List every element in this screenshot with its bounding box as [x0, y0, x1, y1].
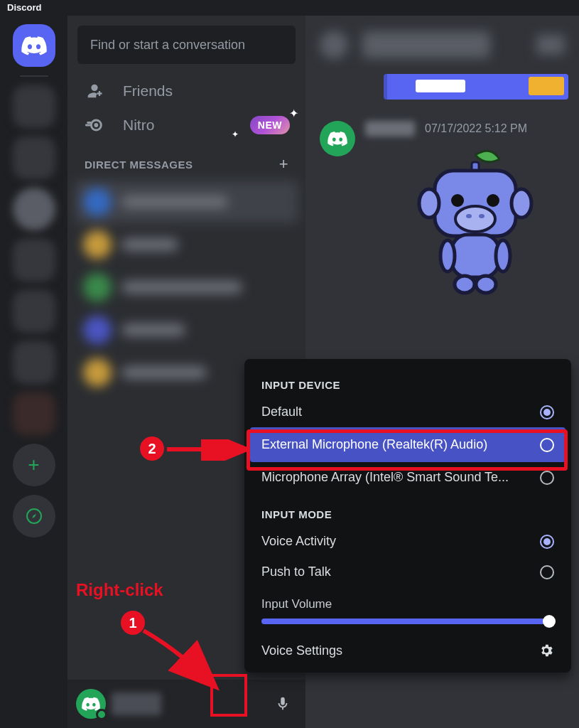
svg-rect-12 [452, 235, 499, 277]
radio-icon [540, 405, 554, 419]
user-avatar[interactable] [76, 689, 106, 719]
server-item[interactable] [13, 136, 55, 179]
svg-point-6 [512, 189, 531, 218]
input-mode-voice-activity[interactable]: Voice Activity [244, 526, 571, 557]
input-mode-push-to-talk[interactable]: Push to Talk [244, 557, 571, 587]
option-label: Microphone Array (Intel® Smart Sound Te.… [261, 470, 509, 485]
svg-point-11 [479, 214, 485, 218]
radio-icon [540, 438, 554, 452]
message-embed[interactable] [384, 74, 568, 100]
svg-point-5 [419, 189, 439, 218]
input-device-option-external[interactable]: External Microphone (Realtek(R) Audio) [250, 427, 566, 462]
svg-point-7 [451, 194, 464, 207]
microphone-icon [275, 696, 291, 712]
add-server-button[interactable]: + [13, 444, 55, 486]
option-label: External Microphone (Realtek(R) Audio) [261, 437, 487, 452]
input-device-header: INPUT DEVICE [244, 373, 571, 397]
annotation-arrow-2 [164, 439, 249, 461]
mute-mic-button[interactable] [269, 690, 297, 718]
server-item[interactable] [13, 188, 55, 230]
voice-settings-label: Voice Settings [261, 643, 342, 658]
search-placeholder: Find or start a conversation [90, 38, 245, 53]
svg-point-13 [440, 240, 455, 272]
message-timestamp: 07/17/2022 5:12 PM [425, 122, 527, 135]
server-item[interactable] [13, 239, 55, 282]
server-divider [20, 75, 48, 77]
friends-icon [82, 81, 107, 101]
server-rail: + [0, 16, 67, 728]
radio-icon [540, 565, 554, 579]
dm-item[interactable] [75, 223, 298, 266]
input-volume-label: Input Volume [244, 587, 571, 616]
option-label: Default [261, 405, 302, 419]
friends-nav[interactable]: Friends [67, 74, 305, 108]
app-name: Discord [7, 2, 41, 13]
svg-point-9 [455, 206, 495, 232]
input-device-option-default[interactable]: Default [244, 397, 571, 427]
voice-context-menu: INPUT DEVICE Default External Microphone… [244, 359, 571, 673]
server-item[interactable] [13, 341, 55, 384]
voice-settings-item[interactable]: Voice Settings [244, 634, 571, 661]
input-volume-slider[interactable] [244, 616, 571, 634]
server-item[interactable] [13, 392, 55, 435]
input-device-option-array[interactable]: Microphone Array (Intel® Smart Sound Te.… [244, 462, 571, 493]
message-row: 07/17/2022 5:12 PM [320, 121, 565, 301]
dm-item[interactable] [75, 266, 298, 309]
compass-icon [26, 508, 43, 525]
new-badge: NEW [250, 116, 290, 134]
option-label: Push to Talk [261, 564, 331, 579]
create-dm-button[interactable]: + [279, 155, 288, 173]
dm-header: DIRECT MESSAGES + [67, 142, 305, 181]
option-label: Voice Activity [261, 534, 336, 549]
radio-icon [540, 535, 554, 549]
message-avatar[interactable] [320, 121, 355, 156]
svg-point-16 [476, 276, 496, 293]
main-header [305, 16, 579, 74]
svg-point-15 [455, 276, 475, 293]
sparkle-icon: ✦ [289, 107, 298, 120]
explore-button[interactable] [13, 495, 55, 537]
discord-logo-icon [21, 36, 47, 55]
message-attachment[interactable] [408, 149, 543, 301]
svg-point-2 [94, 123, 98, 127]
dm-item[interactable] [75, 309, 298, 351]
gear-icon [539, 643, 554, 658]
server-item[interactable] [13, 85, 55, 128]
server-item[interactable] [13, 290, 55, 333]
input-mode-header: INPUT MODE [244, 503, 571, 526]
nitro-label: Nitro [123, 117, 154, 134]
nitro-nav[interactable]: Nitro NEW ✦ ✦ [67, 108, 305, 142]
svg-point-8 [487, 194, 499, 207]
discord-logo-icon [82, 697, 100, 711]
nitro-icon [82, 115, 107, 135]
search-input[interactable]: Find or start a conversation [77, 26, 296, 64]
sparkle-icon: ✦ [232, 129, 239, 139]
home-button[interactable] [13, 24, 55, 67]
discord-logo-icon [328, 131, 347, 146]
annotation-right-click-text: Right-click [76, 580, 163, 600]
radio-icon [540, 471, 554, 485]
svg-point-14 [496, 240, 510, 272]
titlebar: Discord [0, 0, 579, 16]
dm-item[interactable] [75, 181, 298, 223]
annotation-arrow-1 [134, 621, 233, 699]
dm-header-label: DIRECT MESSAGES [85, 159, 193, 171]
svg-point-10 [466, 214, 472, 218]
friends-label: Friends [123, 82, 173, 100]
status-indicator [96, 709, 107, 720]
annotation-marker-2: 2 [140, 437, 164, 461]
message-username[interactable] [365, 121, 415, 136]
